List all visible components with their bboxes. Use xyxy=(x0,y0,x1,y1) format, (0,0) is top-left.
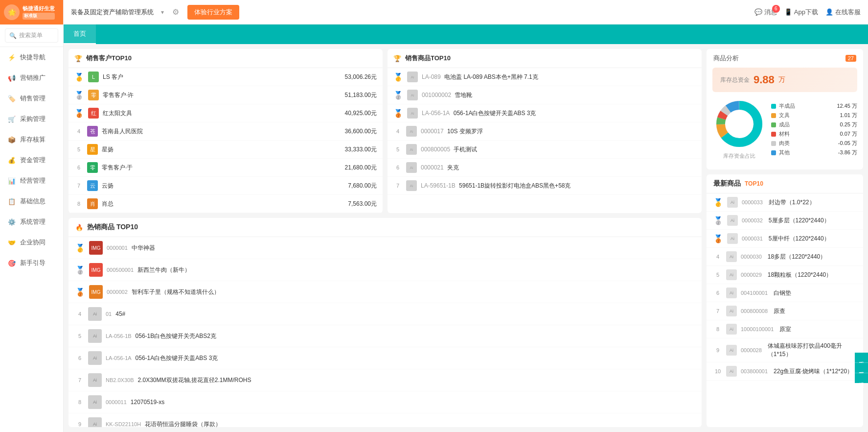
latest-product-name: 体城嘉枝味苏打饮品400毫升（1*15） xyxy=(768,342,856,359)
product-code: LA-089 xyxy=(422,73,441,80)
sidebar-item-quick-nav[interactable]: ⚡ 快捷导航 xyxy=(0,47,63,68)
customer-ranking-item: 6 零 零售客户·于 21,680.00元 xyxy=(69,159,383,177)
latest-product-name: 22g鱼豆腐·烧烤味（1*12*20） xyxy=(774,367,853,376)
system-dropdown-button[interactable]: ▾ xyxy=(161,9,164,16)
product-name: 056-1A白色按键开关盖ABS 3克 xyxy=(454,110,536,117)
hot-product-code: LA-056-1A xyxy=(106,355,132,361)
quick-nav-icon: ⚡ xyxy=(7,53,16,62)
product-icon: Ai xyxy=(406,144,417,155)
hot-product-name: 花语萌恒温分腿睡袋（厚款） xyxy=(145,420,221,428)
sidebar-item-operations[interactable]: 📊 经营管理 xyxy=(0,170,63,191)
latest-product-code: 000800008 xyxy=(741,308,768,314)
customer-ranking-item: 🥈 零 零售客户·许 51,183.00元 xyxy=(69,86,383,104)
online-service-button[interactable]: 👤 在线客服 xyxy=(825,8,861,17)
legend-name: 材料 xyxy=(779,130,837,138)
product-code: LA-59651-1B xyxy=(421,182,456,189)
legend-value: 0.25 万 xyxy=(840,121,857,128)
messages-button[interactable]: 💬 消息 6 xyxy=(754,8,777,17)
product-info: 0000017 10S 变频罗浮 xyxy=(421,127,483,136)
hot-product-item: 6 Ai LA-056-1A 056-1A白色按键开关盖ABS 3克 xyxy=(69,347,702,369)
sidebar-item-guide[interactable]: 🎯 新手引导 xyxy=(0,253,63,273)
legend-name: 文具 xyxy=(779,112,837,119)
customer-ranking-item: 7 云 云扬 7,680.00元 xyxy=(69,177,383,195)
customer-avatar: 肖 xyxy=(87,198,98,209)
sidebar-item-finance[interactable]: 💰 资金管理 xyxy=(0,150,63,170)
rank-number: 5 xyxy=(74,145,83,154)
float-btn-service[interactable]: 客服热线 xyxy=(855,353,868,363)
hot-products-header: 🔥 热销商品 TOP10 xyxy=(69,218,702,237)
system-name: 装备及固定资产辅助管理系统 xyxy=(71,8,154,17)
sidebar-item-purchase[interactable]: 🛒 采购管理 xyxy=(0,109,63,129)
latest-product-icon: Ai xyxy=(726,251,737,262)
sales-icon: 🏷️ xyxy=(7,94,16,103)
sidebar-item-basic-info[interactable]: 📋 基础信息 xyxy=(0,191,63,212)
product-thumbnail: Ai xyxy=(88,373,102,387)
customer-avatar: 红 xyxy=(88,108,99,119)
customer-value: 33,333.00元 xyxy=(345,145,377,154)
search-menu-button[interactable]: 🔍 搜索菜单 xyxy=(5,28,58,43)
customer-name: 零售客户·许 xyxy=(103,91,341,99)
rank-number: 5 xyxy=(393,145,402,154)
product-icon: Ai xyxy=(407,108,418,119)
rank-number: 8 xyxy=(75,398,84,407)
inventory-chart: 库存资金占比 半成品 12.45 万 文具 1.01 万 成品 0.25 万 材… xyxy=(707,97,863,169)
medal-icon: 🥈 xyxy=(713,216,723,225)
product-name: 雪地靴 xyxy=(455,92,472,98)
latest-product-code: 10000100001 xyxy=(741,326,774,332)
customer-value: 40,925.00元 xyxy=(345,109,377,118)
sidebar-item-inventory[interactable]: 📦 库存核算 xyxy=(0,129,63,150)
sidebar-item-system[interactable]: ⚙️ 系统管理 xyxy=(0,212,63,232)
sidebar-item-cooperation[interactable]: 🤝 企业协同 xyxy=(0,232,63,253)
medal-icon: 🥉 xyxy=(713,234,723,243)
medal-icon: 🥈 xyxy=(393,91,403,100)
latest-product-name: 18颗粒板（1220*2440） xyxy=(768,271,832,279)
float-btn-community[interactable]: 服务社区 xyxy=(855,363,868,373)
medal-icon: 🥇 xyxy=(75,243,85,253)
sidebar-item-marketing[interactable]: 📢 营销推广 xyxy=(0,68,63,88)
product-ranking-item: 5 Ai 000800005 手机测试 xyxy=(388,141,702,159)
float-buttons: 客服热线 服务社区 直播 xyxy=(855,353,868,383)
product-info: LA-59651-1B 59651-1B旋转投影灯电池盒ABS黑色+58克 xyxy=(421,182,571,190)
product-thumbnail: IMG xyxy=(89,263,103,277)
product-code: 0000017 xyxy=(421,128,444,135)
messages-badge: 6 xyxy=(772,5,780,13)
latest-product-item: 🥇 Ai 0000033 封边带（1.0*22） xyxy=(707,193,863,212)
latest-product-code: 0000031 xyxy=(742,236,763,241)
middle-column: 🏆 销售客户TOP10 🥇 L LS 客户 53,006.26元 🥈 零 零售客… xyxy=(69,49,702,427)
hot-product-item: 8 Ai 0000011 12070519-xs xyxy=(69,391,702,413)
app-download-button[interactable]: 📱 App下载 xyxy=(784,8,818,17)
latest-product-item: 6 Ai 004100001 白钢垫 xyxy=(707,284,863,302)
finance-icon: 💰 xyxy=(7,156,16,165)
product-info: 0000021 夹克 xyxy=(421,164,459,172)
latest-product-icon: Ai xyxy=(726,324,737,335)
product-icon: Ai xyxy=(406,180,417,191)
sidebar-item-sales[interactable]: 🏷️ 销售管理 xyxy=(0,88,63,109)
customer-name: 肖总 xyxy=(102,200,344,208)
settings-button[interactable]: ⚙ xyxy=(169,5,183,19)
sidebar-nav: ⚡ 快捷导航 📢 营销推广 🏷️ 销售管理 🛒 采购管理 📦 库存核算 💰 资金… xyxy=(0,47,63,432)
product-ranking-item: 🥇 Ai LA-089 电池盖 LA-089 ABS本色+黑种 7.1克 xyxy=(388,68,702,86)
customer-name: 云扬 xyxy=(102,182,344,190)
product-icon: Ai xyxy=(407,72,418,82)
customer-value: 51,183.00元 xyxy=(345,91,377,99)
inventory-card: 商品分析 27 库存总资金 9.88 万 xyxy=(707,49,863,169)
legend-item: 其他 -3.86 万 xyxy=(771,149,857,156)
rank-number: 4 xyxy=(393,127,402,136)
product-info: LA-089 电池盖 LA-089 ABS本色+黑种 7.1克 xyxy=(422,73,538,81)
hot-product-name: 056-1A白色按键开关盖ABS 3克 xyxy=(136,354,218,362)
donut-chart-container: 库存资金占比 xyxy=(712,97,766,164)
rank-number: 10 xyxy=(713,367,722,376)
float-btn-live[interactable]: 直播 xyxy=(855,373,868,383)
customer-name: 星扬 xyxy=(102,145,341,154)
rank-number: 7 xyxy=(74,181,83,190)
legend-name: 成品 xyxy=(779,121,837,128)
customer-avatar: L xyxy=(88,72,99,82)
legend-name: 其他 xyxy=(779,149,835,156)
product-thumbnail: IMG xyxy=(89,285,103,299)
latest-product-item: 5 Ai 0000029 18颗粒板（1220*2440） xyxy=(707,266,863,284)
hot-product-code: 0000011 xyxy=(106,399,127,405)
trial-button[interactable]: 体验行业方案 xyxy=(187,5,239,20)
tab-home[interactable]: 首页 xyxy=(64,24,96,44)
hot-product-item: 4 Ai 01 45# xyxy=(69,303,702,325)
latest-product-name: 5厘中纤（1220*2440） xyxy=(769,235,830,243)
